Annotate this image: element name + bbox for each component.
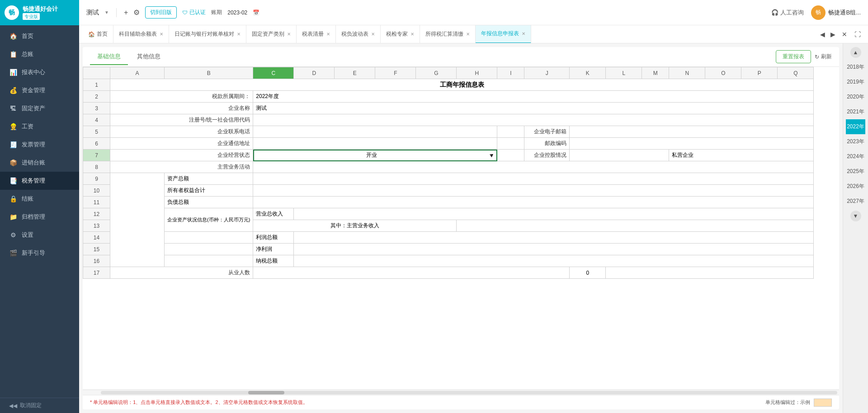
- col-header-Q[interactable]: Q: [778, 67, 814, 79]
- sidebar-item-归档管理[interactable]: 📁 归档管理: [0, 208, 79, 226]
- period-value-cell[interactable]: 2022年度: [253, 91, 814, 103]
- col-header-J[interactable]: J: [524, 67, 570, 79]
- year-item-2022年[interactable]: 2022年: [846, 119, 865, 134]
- customer-service-btn[interactable]: 🎧 人工咨询: [771, 9, 804, 17]
- holding-type-value[interactable]: 私营企业: [669, 150, 814, 161]
- sidebar-item-进销台账[interactable]: 📦 进销台账: [0, 154, 79, 172]
- sidebar-item-工资[interactable]: 👷 工资: [0, 117, 79, 136]
- sidebar-item-设置[interactable]: ⚙ 设置: [0, 226, 79, 244]
- close-all-tabs-btn[interactable]: ✕: [838, 25, 851, 43]
- col-header-I[interactable]: I: [497, 67, 524, 79]
- col-header-G[interactable]: G: [416, 67, 457, 79]
- year-item-2027年[interactable]: 2027年: [846, 194, 865, 209]
- employee-count[interactable]: 0: [570, 267, 606, 279]
- year-scroll-down-btn[interactable]: ▼: [850, 211, 861, 221]
- col-header-B[interactable]: B: [165, 67, 253, 79]
- period-value[interactable]: 2023-02: [227, 9, 247, 16]
- col-header-D[interactable]: D: [294, 67, 335, 79]
- tab-科目辅助余额表[interactable]: 科目辅助余额表✕: [113, 25, 169, 43]
- postcode-value[interactable]: [570, 138, 814, 150]
- tab-prev-btn[interactable]: ◀: [817, 25, 828, 43]
- add-tab-icon[interactable]: +: [124, 9, 128, 17]
- sheet-container[interactable]: A B C D E F G H I J K L: [83, 67, 839, 390]
- tab-所得税汇算清缴[interactable]: 所得税汇算清缴✕: [420, 25, 476, 43]
- col-header-K[interactable]: K: [570, 67, 606, 79]
- col-header-A[interactable]: A: [110, 67, 165, 79]
- user-menu-btn[interactable]: 畅 畅捷通B组...: [811, 5, 861, 20]
- tab-close-btn[interactable]: ✕: [466, 32, 470, 37]
- liability-value[interactable]: [253, 197, 814, 208]
- refresh-btn[interactable]: ↻ 刷新: [815, 50, 832, 63]
- biz-status-dropdown-cell[interactable]: 开业 ▼: [253, 150, 497, 161]
- total-revenue-value[interactable]: [294, 208, 814, 220]
- year-scroll-up-btn[interactable]: ▲: [850, 47, 861, 58]
- email-value[interactable]: [570, 126, 814, 138]
- chevron-down-icon[interactable]: ▼: [104, 10, 109, 15]
- subtab-基础信息[interactable]: 基础信息: [90, 49, 128, 65]
- employee-value-empty[interactable]: [253, 267, 570, 279]
- sidebar-item-首页[interactable]: 🏠 首页: [0, 27, 79, 45]
- col-header-L[interactable]: L: [606, 67, 642, 79]
- year-item-2025年[interactable]: 2025年: [846, 164, 865, 179]
- sidebar-item-固定资产[interactable]: 🏗 固定资产: [0, 99, 79, 117]
- sidebar-item-税务管理[interactable]: 📑 税务管理: [0, 172, 79, 190]
- main-biz-value[interactable]: [253, 161, 814, 173]
- col-header-E[interactable]: E: [335, 67, 375, 79]
- tab-首页[interactable]: 🏠首页: [83, 25, 113, 43]
- tab-close-btn[interactable]: ✕: [371, 32, 375, 37]
- tab-税表清册[interactable]: 税表清册✕: [297, 25, 336, 43]
- tab-close-btn[interactable]: ✕: [287, 32, 291, 37]
- tab-固定资产类别[interactable]: 固定资产类别✕: [246, 25, 297, 43]
- expand-btn[interactable]: ⛶: [851, 25, 864, 43]
- col-header-O[interactable]: O: [705, 67, 741, 79]
- reg-code-value[interactable]: [253, 114, 814, 126]
- holding-value[interactable]: [570, 150, 669, 161]
- profit-total-value[interactable]: [294, 232, 814, 244]
- scroll-track[interactable]: [101, 391, 837, 394]
- col-header-N[interactable]: N: [669, 67, 705, 79]
- sheet-title[interactable]: 工商年报信息表: [110, 79, 814, 91]
- tab-年报信息申报表[interactable]: 年报信息申报表✕: [476, 25, 531, 43]
- total-assets-value[interactable]: [253, 173, 814, 185]
- tab-next-btn[interactable]: ▶: [828, 25, 838, 43]
- equity-value[interactable]: [253, 185, 814, 197]
- year-item-2020年[interactable]: 2020年: [846, 89, 865, 104]
- sidebar-item-总账[interactable]: 📋 总账: [0, 45, 79, 63]
- tax-total-value[interactable]: [294, 255, 814, 267]
- sidebar-item-发票管理[interactable]: 🧾 发票管理: [0, 136, 79, 154]
- year-item-2019年[interactable]: 2019年: [846, 75, 865, 89]
- year-item-2026年[interactable]: 2026年: [846, 179, 865, 194]
- tab-close-btn[interactable]: ✕: [522, 31, 525, 36]
- calendar-icon[interactable]: 📅: [253, 9, 259, 16]
- tab-税负波动表[interactable]: 税负波动表✕: [336, 25, 381, 43]
- scroll-thumb[interactable]: [248, 391, 284, 394]
- subtab-其他信息[interactable]: 其他信息: [130, 49, 168, 65]
- col-header-F[interactable]: F: [375, 67, 416, 79]
- company-name-value[interactable]: 测试: [253, 103, 814, 114]
- reset-report-btn[interactable]: 重置报表: [776, 50, 811, 63]
- sidebar-item-结账[interactable]: 🔒 结账: [0, 190, 79, 208]
- col-header-C[interactable]: C: [253, 67, 294, 79]
- sidebar-collapse-btn[interactable]: ◀◀ 取消固定: [0, 398, 79, 413]
- year-item-2023年[interactable]: 2023年: [846, 134, 865, 149]
- tab-close-btn[interactable]: ✕: [326, 32, 330, 37]
- settings-icon[interactable]: ⚙: [133, 8, 140, 17]
- col-header-H[interactable]: H: [457, 67, 497, 79]
- sidebar-item-报表中心[interactable]: 📊 报表中心: [0, 63, 79, 81]
- phone-value[interactable]: [253, 126, 497, 138]
- sidebar-item-新手引导[interactable]: 🎬 新手引导: [0, 244, 79, 262]
- tab-close-btn[interactable]: ✕: [160, 32, 163, 37]
- main-revenue-value[interactable]: [457, 220, 814, 232]
- tab-close-btn[interactable]: ✕: [237, 32, 241, 37]
- tab-税检专家[interactable]: 税检专家✕: [381, 25, 420, 43]
- net-profit-value[interactable]: [294, 244, 814, 255]
- tab-close-btn[interactable]: ✕: [410, 32, 414, 37]
- switch-old-btn[interactable]: 切到旧版: [145, 6, 177, 19]
- year-item-2024年[interactable]: 2024年: [846, 149, 865, 164]
- address-value[interactable]: [253, 138, 497, 150]
- tab-日记账与银行对账单核对[interactable]: 日记账与银行对账单核对✕: [169, 25, 246, 43]
- col-header-P[interactable]: P: [741, 67, 778, 79]
- col-header-M[interactable]: M: [642, 67, 669, 79]
- horizontal-scrollbar[interactable]: [83, 390, 839, 395]
- year-item-2018年[interactable]: 2018年: [846, 60, 865, 75]
